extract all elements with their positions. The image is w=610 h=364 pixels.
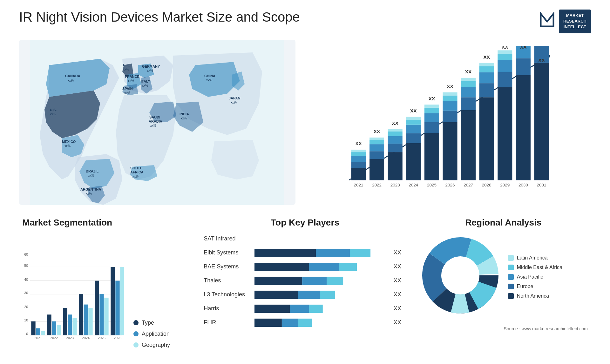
regional-apac-dot — [508, 274, 514, 280]
svg-rect-40 — [479, 83, 494, 97]
svg-rect-52 — [534, 63, 549, 180]
svg-rect-47 — [498, 54, 512, 60]
svg-rect-24 — [424, 133, 439, 180]
svg-rect-102 — [320, 291, 335, 299]
svg-rect-83 — [115, 280, 119, 335]
player-l3: L3 Technologies XX — [204, 290, 406, 300]
svg-rect-25 — [424, 122, 439, 133]
canada-label: CANADA — [65, 74, 80, 78]
svg-rect-38 — [461, 78, 476, 81]
svg-rect-49 — [516, 75, 531, 180]
legend-geography-dot — [133, 342, 139, 347]
svg-rect-79 — [95, 280, 99, 335]
svg-rect-81 — [104, 298, 108, 335]
uk-pct: xx% — [123, 68, 129, 71]
svg-text:2023: 2023 — [66, 336, 74, 340]
trend-xx-2023: XX — [392, 120, 398, 125]
regional-mea-dot — [508, 265, 514, 270]
legend-type-dot — [133, 320, 139, 325]
player-name-harris: Harris — [204, 305, 254, 312]
brazil-pct: xx% — [88, 174, 94, 177]
svg-rect-70 — [47, 314, 51, 335]
trend-xx-2022: XX — [374, 128, 380, 134]
svg-text:10: 10 — [24, 318, 28, 322]
svg-rect-4 — [351, 168, 366, 180]
svg-rect-77 — [84, 304, 88, 335]
trend-xx-2021: XX — [355, 141, 362, 146]
svg-rect-76 — [79, 294, 83, 335]
svg-rect-48 — [498, 50, 512, 54]
south-africa-pct: xx% — [132, 175, 139, 178]
regional-na-label: North America — [517, 293, 549, 299]
svg-rect-5 — [351, 162, 366, 168]
svg-rect-106 — [254, 319, 282, 327]
svg-rect-8 — [351, 150, 366, 152]
svg-rect-31 — [443, 101, 457, 111]
player-sat-infrared: SAT Infrared — [204, 234, 406, 244]
japan-label: JAPAN — [229, 96, 241, 100]
legend-type-label: Type — [142, 320, 154, 326]
svg-rect-15 — [388, 144, 403, 152]
page-title: IR Night Vision Devices Market Size and … — [19, 10, 300, 25]
france-label: FRANCE — [125, 75, 139, 78]
players-title: Top Key Players — [204, 218, 406, 228]
regional-latin-label: Latin America — [517, 255, 548, 261]
regional-north-america: North America — [508, 293, 562, 299]
regional-donut-chart — [419, 234, 502, 317]
player-name-thales: Thales — [204, 277, 254, 284]
legend-application: Application — [133, 331, 170, 337]
trend-chart-svg: XX XX XX — [308, 46, 585, 199]
year-2021: 2021 — [354, 182, 363, 187]
svg-rect-100 — [254, 291, 298, 299]
svg-text:20: 20 — [24, 305, 28, 308]
year-2025: 2025 — [427, 182, 437, 187]
svg-rect-30 — [443, 111, 457, 122]
trend-xx-2027: XX — [465, 69, 472, 74]
svg-rect-34 — [461, 110, 476, 180]
svg-text:40: 40 — [24, 277, 28, 281]
svg-rect-16 — [388, 136, 403, 144]
svg-rect-103 — [254, 305, 290, 313]
player-xx-elbit: XX — [394, 249, 406, 256]
logo-m-letter — [539, 12, 555, 30]
svg-rect-82 — [111, 267, 115, 335]
svg-rect-98 — [302, 277, 327, 285]
svg-rect-27 — [424, 107, 439, 113]
players-area: Top Key Players SAT Infrared Elbit Syste… — [200, 214, 410, 364]
svg-rect-107 — [282, 319, 298, 327]
segmentation-chart: 0 10 20 30 40 50 60 — [22, 253, 124, 348]
svg-rect-93 — [350, 249, 370, 257]
trend-xx-2029: XX — [502, 46, 508, 50]
svg-rect-20 — [406, 133, 421, 143]
svg-rect-35 — [461, 97, 476, 110]
svg-rect-43 — [479, 63, 494, 66]
svg-rect-28 — [424, 104, 439, 108]
svg-rect-7 — [351, 152, 366, 156]
year-2031: 2031 — [537, 182, 546, 187]
logo-area: MARKET RESEARCH INTELLECT — [539, 10, 591, 33]
us-pct: xx% — [50, 112, 56, 116]
italy-label: ITALY — [141, 79, 151, 83]
svg-text:60: 60 — [24, 253, 28, 256]
year-2029: 2029 — [500, 182, 510, 187]
mexico-pct: xx% — [64, 144, 71, 148]
svg-text:2022: 2022 — [50, 336, 58, 340]
segmentation-area: Market Segmentation 0 10 20 30 40 50 60 — [19, 214, 194, 364]
india-label: INDIA — [180, 112, 189, 116]
svg-rect-29 — [443, 122, 457, 180]
svg-rect-72 — [57, 325, 61, 335]
year-2027: 2027 — [464, 182, 473, 187]
top-section: CANADA xx% U.S. xx% MEXICO xx% BRAZIL xx… — [19, 40, 591, 205]
svg-text:2021: 2021 — [34, 336, 42, 340]
regional-title: Regional Analysis — [419, 218, 588, 228]
us-label: U.S. — [50, 108, 57, 112]
regional-europe-label: Europe — [517, 284, 533, 289]
svg-rect-78 — [88, 308, 92, 335]
svg-rect-18 — [388, 129, 403, 131]
svg-rect-73 — [63, 308, 67, 335]
argentina-label: ARGENTINA — [80, 187, 101, 191]
svg-rect-44 — [498, 87, 512, 180]
regional-legend: Latin America Middle East & Africa Asia … — [508, 255, 562, 299]
year-2030: 2030 — [518, 182, 528, 187]
legend-geography: Geography — [133, 342, 170, 348]
